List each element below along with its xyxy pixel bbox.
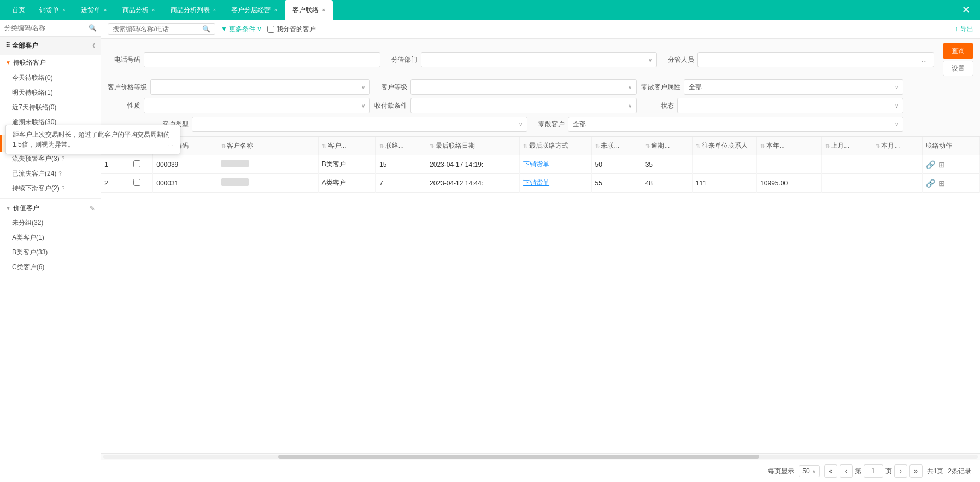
- col-name-header[interactable]: 客户名称: [218, 137, 318, 155]
- filter-select-person[interactable]: ...: [697, 52, 934, 67]
- col-lastmonth-header[interactable]: 上月...: [821, 137, 872, 155]
- nav-tab-analysis-list-close[interactable]: ×: [213, 7, 216, 13]
- nav-tab-sales-close[interactable]: ×: [62, 7, 66, 13]
- horizontal-scrollbar-area: [101, 453, 980, 460]
- nav-tab-analysis[interactable]: 商品分析 ×: [115, 0, 163, 20]
- col-uncontact-label: 未联...: [601, 142, 619, 149]
- sidebar-item-unclassified[interactable]: 未分组(32): [0, 216, 101, 230]
- filter-search-wrap: 🔍: [108, 23, 215, 35]
- filter-select-dept[interactable]: ∨: [421, 52, 658, 67]
- nav-tab-purchase-close[interactable]: ×: [104, 7, 107, 13]
- sidebar-value-group-header[interactable]: ▼ 价值客户 ✎: [0, 201, 101, 216]
- row1-link-icon[interactable]: 🔗: [926, 160, 935, 169]
- info-icon-declining[interactable]: ?: [62, 185, 65, 191]
- page-last-button[interactable]: »: [909, 464, 923, 478]
- tooltip-dots[interactable]: ...: [168, 140, 173, 149]
- row1-seq: 1: [101, 155, 130, 174]
- my-customers-checkbox[interactable]: [267, 26, 274, 33]
- filter-search-icon[interactable]: 🔍: [202, 25, 210, 33]
- col-uncontact-header[interactable]: 未联...: [591, 137, 642, 155]
- col-action-label: 联络动作: [926, 142, 952, 149]
- nav-tab-analysis-list[interactable]: 商品分析列表 ×: [163, 0, 224, 20]
- sidebar-collapse-icon[interactable]: 《: [90, 42, 95, 50]
- col-thisyear-header[interactable]: 本年...: [757, 137, 821, 155]
- filter-select-ctype[interactable]: ∨: [192, 117, 527, 132]
- filter-search-input[interactable]: [113, 25, 200, 33]
- nav-tab-customer-contact-close[interactable]: ×: [322, 7, 325, 13]
- filter-select-retail-attr[interactable]: 全部 ∨: [684, 79, 903, 95]
- col-action-header: 联络动作: [922, 137, 979, 155]
- filter-select-customer-level[interactable]: ∨: [410, 79, 637, 95]
- nav-tab-purchase[interactable]: 进货单 ×: [73, 0, 115, 20]
- col-contact-label: 联络...: [385, 142, 404, 149]
- col-lastway-header[interactable]: 最后联络方式: [520, 137, 592, 155]
- sidebar-item-today[interactable]: 今天待联络(0): [0, 71, 101, 85]
- filter-more-conditions[interactable]: ▼ 更多条件 ∨: [221, 25, 262, 34]
- filter-label-price-level: 客户价格等级: [108, 83, 147, 92]
- info-icon-lost[interactable]: ?: [58, 171, 62, 177]
- row2-checkbox[interactable]: [130, 174, 153, 193]
- sidebar-search-input[interactable]: [4, 24, 86, 32]
- nav-tab-customer-contact[interactable]: 客户联络 ×: [285, 0, 333, 20]
- row2-link-icon[interactable]: 🔗: [926, 179, 935, 188]
- sidebar-item-lost[interactable]: 已流失客户(24) ?: [0, 166, 101, 181]
- export-button[interactable]: ↑ 导出: [955, 25, 973, 34]
- per-page-select[interactable]: 50 ∨: [799, 465, 819, 477]
- col-unitperson-header[interactable]: 往来单位联系人: [692, 137, 756, 155]
- filter-select-retail[interactable]: 全部 ∨: [568, 117, 903, 132]
- page-number-input[interactable]: [864, 464, 883, 478]
- filter-select-nature[interactable]: ∨: [144, 98, 370, 113]
- horizontal-scrollbar-thumb[interactable]: [278, 455, 759, 459]
- sidebar-item-class-b[interactable]: B类客户(33): [0, 245, 101, 260]
- sidebar-search-icon[interactable]: 🔍: [89, 24, 97, 32]
- table-area: ⚙ 客户编码 客户名称 客户...: [101, 137, 980, 453]
- sidebar-all-customers[interactable]: ⠿ 全部客户 《: [0, 37, 101, 55]
- sidebar-item-class-a[interactable]: A类客户(1): [0, 230, 101, 245]
- col-lastdate-header[interactable]: 最后联络日期: [426, 137, 520, 155]
- nav-tab-sales[interactable]: 销货单 ×: [32, 0, 73, 20]
- page-next-button[interactable]: ›: [894, 464, 907, 478]
- filter-bar: 🔍 ▼ 更多条件 ∨ 我分管的客户 ↑ 导出: [101, 20, 980, 39]
- col-thismonth-header[interactable]: 本月...: [872, 137, 922, 155]
- row1-select-checkbox[interactable]: [133, 160, 140, 167]
- filter-row-4: ... 客户类型 ∨ 零散客户 全部 ∨: [108, 117, 973, 132]
- sidebar-item-7days[interactable]: 近7天待联络(0): [0, 100, 101, 115]
- row1-grid-icon[interactable]: ⊞: [938, 160, 945, 169]
- filter-cell-customer-level: 客户等级 ∨: [374, 79, 637, 95]
- my-customers-filter[interactable]: 我分管的客户: [267, 25, 316, 34]
- sidebar-value-group-edit-icon[interactable]: ✎: [90, 205, 95, 212]
- settings-button[interactable]: 设置: [943, 61, 973, 76]
- nav-tab-customer-tier[interactable]: 客户分层经营 ×: [224, 0, 285, 20]
- sidebar-item-declining[interactable]: 持续下滑客户(2) ?: [0, 181, 101, 196]
- sidebar-group-pending-header[interactable]: ▼ 待联络客户: [0, 55, 101, 71]
- filter-select-status[interactable]: ∨: [677, 98, 903, 113]
- filter-select-payment[interactable]: ∨: [410, 98, 637, 113]
- row1-checkbox[interactable]: [130, 155, 153, 174]
- info-icon-lost-warning[interactable]: ?: [62, 156, 65, 162]
- row2-grid-icon[interactable]: ⊞: [938, 179, 945, 188]
- query-button[interactable]: 查询: [943, 43, 973, 59]
- nav-tab-customer-tier-label: 客户分层经营: [231, 5, 271, 15]
- col-contact-header[interactable]: 联络...: [375, 137, 426, 155]
- filter-input-phone[interactable]: [144, 52, 380, 67]
- row1-overdue: 35: [642, 155, 692, 174]
- nav-tab-analysis-close[interactable]: ×: [152, 7, 155, 13]
- col-overdue-header[interactable]: 逾期...: [642, 137, 692, 155]
- row2-select-checkbox[interactable]: [133, 179, 140, 186]
- export-label: 导出: [960, 25, 973, 34]
- col-thismonth-label: 本月...: [881, 142, 900, 149]
- row1-lastway-link[interactable]: 下销货单: [523, 160, 549, 168]
- filter-select-price-level[interactable]: ∨: [150, 79, 370, 95]
- nav-tab-home[interactable]: 首页: [5, 0, 32, 20]
- row1-name-blurred: [221, 160, 249, 167]
- sidebar-item-class-c[interactable]: C类客户(6): [0, 260, 101, 275]
- sidebar-item-tomorrow[interactable]: 明天待联络(1): [0, 85, 101, 100]
- filter-person-dots[interactable]: ...: [922, 56, 927, 63]
- page-prev-button[interactable]: ‹: [840, 464, 853, 478]
- page-first-button[interactable]: «: [824, 464, 837, 478]
- nav-tab-customer-tier-close[interactable]: ×: [274, 7, 277, 13]
- window-close-button[interactable]: ✕: [958, 4, 975, 16]
- row2-lastway-link[interactable]: 下销货单: [523, 179, 549, 187]
- col-type-header[interactable]: 客户...: [318, 137, 375, 155]
- nav-tab-customer-contact-label: 客户联络: [292, 5, 319, 15]
